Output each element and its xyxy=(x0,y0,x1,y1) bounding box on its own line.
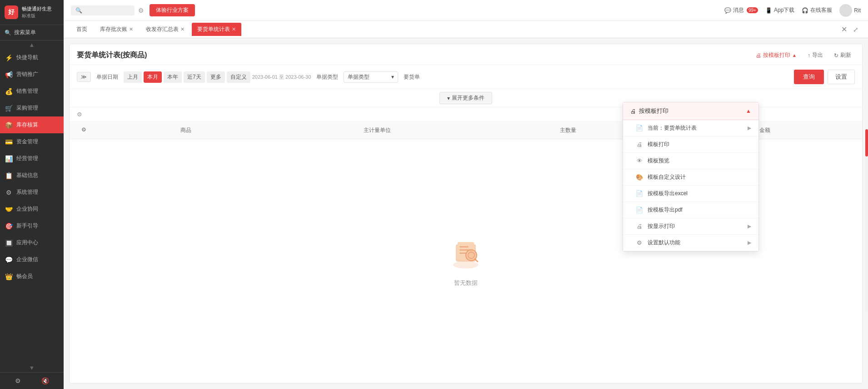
sidebar-item-label: 系统管理 xyxy=(16,188,38,196)
sidebar-logo: 好 畅捷通好生意 标准版 xyxy=(0,0,64,25)
user-area[interactable]: Rit xyxy=(839,4,861,17)
app-download-label: App下载 xyxy=(774,6,794,14)
trial-btn[interactable]: 体验行业方案 xyxy=(150,4,195,16)
sidebar-footer: ⚙ 🔇 xyxy=(0,372,64,389)
th-unit: 主计量单位 xyxy=(282,122,473,139)
app-center-icon: 🔲 xyxy=(5,239,13,247)
sidebar-item-wechat[interactable]: 💬 企业微信 xyxy=(0,251,64,268)
online-service-btn[interactable]: 🎧 在线客服 xyxy=(802,6,832,14)
messages-label: 消息 xyxy=(733,6,744,14)
col-qty-label: 主数量 xyxy=(560,127,576,133)
dropdown-template-print[interactable]: 🖨 模板打印 xyxy=(623,136,758,153)
dropdown-template-custom[interactable]: 🎨 模板自定义设计 xyxy=(623,169,758,186)
chevron-up-icon: ▲ xyxy=(746,108,751,114)
sidebar-search[interactable]: 🔍 搜索菜单 xyxy=(0,25,64,40)
sidebar-item-collab[interactable]: 🤝 企业协同 xyxy=(0,201,64,217)
filter-this-month[interactable]: 本月 xyxy=(144,71,162,83)
topbar-search-area: 🔍 ⚙ xyxy=(71,5,144,15)
tabs-expand-btn[interactable]: ⤢ xyxy=(851,25,861,35)
tab-order-stats[interactable]: 要货单统计表 ✕ xyxy=(192,23,241,36)
filter-this-year[interactable]: 本年 xyxy=(164,71,182,83)
default-func-icon: ⚙ xyxy=(636,239,643,246)
sales-icon: 💰 xyxy=(5,88,13,95)
sidebar-scroll-up[interactable]: ▲ xyxy=(0,40,64,49)
sidebar-item-sales[interactable]: 💰 销售管理 xyxy=(0,83,64,100)
tab-batch-account[interactable]: 库存批次账 ✕ xyxy=(95,23,139,36)
table-settings-icon[interactable]: ⚙ xyxy=(77,111,82,118)
sidebar-item-quick-nav[interactable]: ⚡ 快捷导航 xyxy=(0,49,64,66)
dropdown-header[interactable]: 🖨 按模板打印 ▲ xyxy=(623,102,758,120)
sidebar-item-label: 采购管理 xyxy=(16,104,38,112)
dropdown-current-template[interactable]: 📄 当前：要货单统计表 ▶ xyxy=(623,120,758,136)
filter-custom[interactable]: 自定义 xyxy=(227,71,250,83)
tab-home[interactable]: 首页 xyxy=(71,23,93,36)
sidebar-item-member[interactable]: 👑 畅会员 xyxy=(0,268,64,285)
logo-title: 畅捷通好生意 xyxy=(22,5,52,12)
print-template-btn[interactable]: 🖨 按模板打印 ▲ xyxy=(752,50,800,61)
sidebar-item-newbie[interactable]: 🎯 新手引导 xyxy=(0,217,64,234)
sidebar-item-inventory[interactable]: 📦 库存核算 xyxy=(0,116,64,133)
tab-close-icon[interactable]: ✕ xyxy=(180,26,185,32)
marketing-icon: 📢 xyxy=(5,71,13,78)
topbar: 🔍 ⚙ 体验行业方案 💬 消息 99+ 📱 App下载 🎧 在线客服 Rit xyxy=(64,0,868,21)
empty-text: 暂无数据 xyxy=(454,279,478,287)
template-icon: 📄 xyxy=(636,125,643,131)
tab-receipt-summary[interactable]: 收发存汇总表 ✕ xyxy=(140,23,190,36)
col-settings-icon: ⚙ xyxy=(81,126,86,133)
expand-more-btn[interactable]: ▾ 展开更多条件 xyxy=(439,92,492,104)
tabs-right: ✕ ⤢ xyxy=(839,25,861,35)
chevron-up-icon: ▲ xyxy=(792,53,797,58)
filter-last-7days[interactable]: 近7天 xyxy=(184,71,205,83)
dropdown-default-func[interactable]: ⚙ 设置默认功能 ▶ xyxy=(623,235,758,251)
svg-rect-3 xyxy=(459,246,469,248)
export-pdf-label: 按模板导出pdf xyxy=(648,206,683,214)
sidebar-item-label: 新手引导 xyxy=(16,222,38,230)
sidebar-item-base-info[interactable]: 📋 基础信息 xyxy=(0,167,64,184)
page-header: 要货单统计表(按商品) 🖨 按模板打印 ▲ ↑ 导出 ↻ 刷新 xyxy=(70,44,862,65)
filter-more[interactable]: 更多 xyxy=(207,71,225,83)
sidebar-scroll-down[interactable]: ▼ xyxy=(0,364,64,372)
export-excel-icon: 📄 xyxy=(636,190,643,197)
sidebar-item-finance[interactable]: 💳 资金管理 xyxy=(0,133,64,150)
tab-close-icon[interactable]: ✕ xyxy=(129,26,133,32)
tabs-close-all-btn[interactable]: ✕ xyxy=(839,25,849,35)
chevron-down-icon: ▾ xyxy=(391,74,394,80)
messages-btn[interactable]: 💬 消息 99+ xyxy=(724,6,758,14)
topbar-gear-icon[interactable]: ⚙ xyxy=(138,7,144,14)
sidebar-audio-icon[interactable]: 🔇 xyxy=(41,377,49,384)
dropdown-display-print[interactable]: 🖨 按显示打印 ▶ xyxy=(623,218,758,235)
logo-subtitle: 标准版 xyxy=(22,13,52,19)
sidebar-item-app-center[interactable]: 🔲 应用中心 xyxy=(0,234,64,251)
filter-expand-icon[interactable]: ≫ xyxy=(77,72,91,82)
right-scrollbar[interactable] xyxy=(865,129,868,311)
dropdown-export-excel[interactable]: 📄 按模板导出excel xyxy=(623,186,758,202)
settings-btn[interactable]: 设置 xyxy=(828,70,855,84)
sidebar-settings-icon[interactable]: ⚙ xyxy=(15,377,21,384)
sidebar-item-label: 营销推广 xyxy=(16,71,38,78)
refresh-label: 刷新 xyxy=(840,51,851,59)
dropdown-printer-icon: 🖨 xyxy=(630,108,636,115)
dropdown-template-preview[interactable]: 👁 模板预览 xyxy=(623,153,758,169)
filter-prev-month[interactable]: 上月 xyxy=(124,71,142,83)
export-btn[interactable]: ↑ 导出 xyxy=(804,50,827,61)
sidebar-item-operations[interactable]: 📊 经营管理 xyxy=(0,150,64,167)
sidebar-item-purchase[interactable]: 🛒 采购管理 xyxy=(0,100,64,116)
refresh-btn[interactable]: ↻ 刷新 xyxy=(830,50,855,61)
template-preview-label: 模板预览 xyxy=(648,157,669,165)
expand-more-label: 展开更多条件 xyxy=(452,94,484,102)
export-icon: ↑ xyxy=(808,52,810,59)
sidebar-item-label: 库存核算 xyxy=(16,121,38,129)
template-custom-icon: 🎨 xyxy=(636,174,643,181)
topbar-search-box[interactable]: 🔍 xyxy=(71,5,135,15)
app-download-btn[interactable]: 📱 App下载 xyxy=(765,6,794,14)
type-filter-dropdown[interactable]: 单据类型 ▾ xyxy=(344,71,398,83)
dropdown-export-pdf[interactable]: 📄 按模板导出pdf xyxy=(623,202,758,218)
collab-icon: 🤝 xyxy=(5,206,13,213)
display-print-icon: 🖨 xyxy=(636,223,643,230)
tab-close-icon[interactable]: ✕ xyxy=(232,26,236,32)
sidebar-item-marketing[interactable]: 📢 营销推广 xyxy=(0,66,64,83)
type-dropdown-value: 单据类型 xyxy=(348,73,369,81)
sidebar-item-system[interactable]: ⚙ 系统管理 xyxy=(0,184,64,201)
query-btn[interactable]: 查询 xyxy=(794,70,824,84)
topbar-right: 💬 消息 99+ 📱 App下载 🎧 在线客服 Rit xyxy=(724,4,861,17)
